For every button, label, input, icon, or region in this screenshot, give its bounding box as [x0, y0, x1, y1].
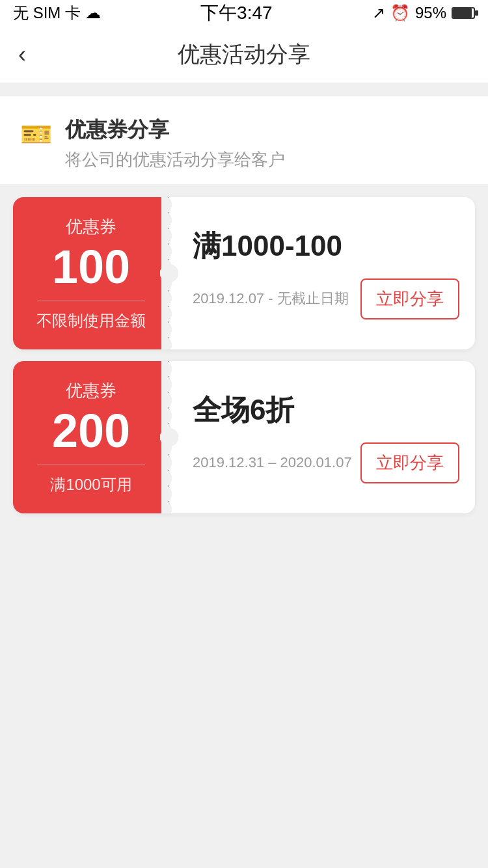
coupon-date-2: 2019.12.31 – 2020.01.07	[193, 453, 354, 473]
section-title: 优惠券分享	[65, 116, 285, 144]
coupon-card-2: 优惠券 200 满1000可用 全场6折 2019.12.31 – 2020.0…	[13, 361, 475, 513]
coupon-label-2: 优惠券	[66, 379, 116, 402]
section-subtitle: 将公司的优惠活动分享给客户	[65, 148, 285, 171]
empty-area	[0, 526, 488, 852]
section-header: 🎫 优惠券分享 将公司的优惠活动分享给客户	[0, 96, 488, 184]
coupon-divider-2	[37, 465, 145, 465]
nav-bar: ‹ 优惠活动分享	[0, 26, 488, 83]
coupon-date-1: 2019.12.07 - 无截止日期	[193, 289, 354, 309]
share-button-1[interactable]: 立即分享	[360, 278, 459, 319]
coupon-name-1: 满1000-100	[193, 227, 459, 265]
battery-level: 95%	[415, 4, 446, 22]
coupon-condition-1: 不限制使用金额	[36, 310, 146, 331]
status-time: 下午3:47	[200, 1, 273, 25]
coupon-share-icon: 🎫	[20, 117, 53, 151]
back-button[interactable]: ‹	[18, 41, 26, 68]
coupon-left-2: 优惠券 200 满1000可用	[13, 361, 169, 513]
location-icon: ↗	[372, 4, 385, 22]
coupon-meta-2: 2019.12.31 – 2020.01.07 立即分享	[193, 442, 459, 483]
coupon-right-1: 满1000-100 2019.12.07 - 无截止日期 立即分享	[169, 197, 475, 349]
coupon-left-1: 优惠券 100 不限制使用金额	[13, 197, 169, 349]
coupon-notch	[160, 264, 178, 282]
section-text: 优惠券分享 将公司的优惠活动分享给客户	[65, 116, 285, 171]
coupon-name-2: 全场6折	[193, 391, 459, 429]
coupon-right-2: 全场6折 2019.12.31 – 2020.01.07 立即分享	[169, 361, 475, 513]
page-title: 优惠活动分享	[178, 40, 310, 70]
status-bar: 无 SIM 卡 ☁ 下午3:47 ↗ ⏰ 95%	[0, 0, 488, 26]
coupon-notch-2	[160, 428, 178, 446]
coupon-divider-1	[37, 301, 145, 301]
coupon-list: 优惠券 100 不限制使用金额 满1000-100 2019.12.07 - 无…	[0, 184, 488, 526]
coupon-meta-1: 2019.12.07 - 无截止日期 立即分享	[193, 278, 459, 319]
status-right: ↗ ⏰ 95%	[372, 4, 475, 22]
status-left: 无 SIM 卡 ☁	[13, 3, 101, 23]
battery-icon	[452, 7, 475, 19]
sim-status: 无 SIM 卡 ☁	[13, 3, 101, 23]
coupon-amount-1: 100	[52, 243, 130, 290]
alarm-icon: ⏰	[390, 4, 410, 22]
coupon-amount-2: 200	[52, 407, 130, 454]
coupon-card: 优惠券 100 不限制使用金额 满1000-100 2019.12.07 - 无…	[13, 197, 475, 349]
coupon-condition-2: 满1000可用	[50, 474, 131, 495]
coupon-label-1: 优惠券	[66, 215, 116, 238]
share-button-2[interactable]: 立即分享	[360, 442, 459, 483]
